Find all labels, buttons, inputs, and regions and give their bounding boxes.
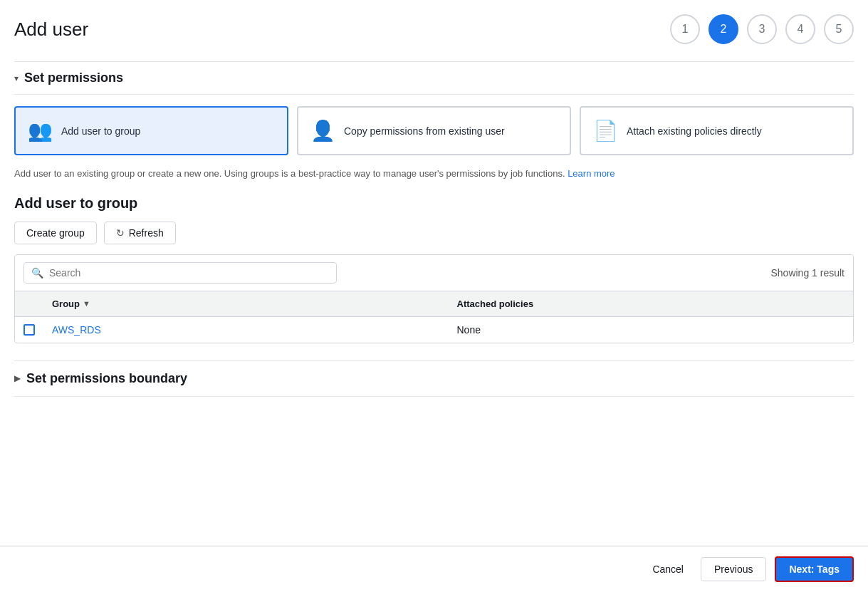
- th-group[interactable]: Group ▼: [43, 291, 449, 316]
- step-indicators: 1 2 3 4 5: [670, 14, 854, 44]
- refresh-icon: ↻: [116, 227, 125, 239]
- add-to-group-card[interactable]: 👥 Add user to group: [14, 106, 288, 155]
- set-permissions-chevron: ▾: [14, 73, 19, 83]
- action-buttons: Create group ↻ Refresh: [14, 222, 854, 244]
- add-to-group-icon: 👥: [27, 119, 53, 142]
- th-attached-policies: Attached policies: [449, 291, 854, 316]
- page-title: Add user: [14, 19, 88, 41]
- footer-bar: Cancel Previous Next: Tags: [0, 546, 868, 592]
- set-permissions-title: Set permissions: [24, 71, 123, 85]
- boundary-chevron: ▶: [14, 373, 21, 383]
- step-4[interactable]: 4: [785, 14, 815, 44]
- set-permissions-boundary-header[interactable]: ▶ Set permissions boundary: [14, 360, 854, 397]
- table-row: AWS_RDS None: [15, 317, 853, 343]
- result-count: Showing 1 result: [770, 267, 845, 279]
- attach-policies-icon: 📄: [592, 119, 618, 142]
- permission-options: 👥 Add user to group 👤 Copy permissions f…: [14, 106, 854, 155]
- search-icon: 🔍: [31, 267, 43, 279]
- set-permissions-section-header[interactable]: ▾ Set permissions: [14, 61, 854, 95]
- step-3[interactable]: 3: [747, 14, 777, 44]
- th-checkbox: [15, 291, 43, 316]
- copy-permissions-label: Copy permissions from existing user: [344, 125, 505, 137]
- search-input[interactable]: [49, 267, 329, 279]
- row-checkbox[interactable]: [23, 324, 35, 336]
- td-attached-policies-value: None: [449, 317, 854, 343]
- learn-more-link[interactable]: Learn more: [568, 168, 615, 179]
- step-1[interactable]: 1: [670, 14, 700, 44]
- attach-policies-label: Attach existing policies directly: [627, 125, 762, 137]
- step-2[interactable]: 2: [708, 14, 738, 44]
- attach-policies-card[interactable]: 📄 Attach existing policies directly: [580, 106, 854, 155]
- td-checkbox-cell[interactable]: [15, 317, 43, 343]
- create-group-button[interactable]: Create group: [14, 222, 97, 244]
- copy-permissions-icon: 👤: [310, 119, 335, 142]
- table-header: Group ▼ Attached policies: [15, 291, 853, 317]
- td-group-name: AWS_RDS: [43, 317, 449, 343]
- groups-table-container: 🔍 Showing 1 result Group ▼ Attached poli…: [14, 254, 854, 343]
- cancel-button[interactable]: Cancel: [644, 558, 692, 581]
- copy-permissions-card[interactable]: 👤 Copy permissions from existing user: [297, 106, 571, 155]
- search-bar: 🔍 Showing 1 result: [15, 255, 853, 291]
- search-input-wrapper[interactable]: 🔍: [23, 262, 337, 284]
- group-sort-icon: ▼: [83, 299, 90, 308]
- next-button[interactable]: Next: Tags: [775, 556, 854, 582]
- refresh-button[interactable]: ↻ Refresh: [104, 222, 176, 244]
- group-link[interactable]: AWS_RDS: [52, 324, 101, 336]
- info-text: Add user to an existing group or create …: [14, 167, 854, 181]
- add-to-group-label: Add user to group: [61, 125, 140, 137]
- add-user-to-group-title: Add user to group: [14, 195, 854, 212]
- set-permissions-boundary-title: Set permissions boundary: [26, 371, 187, 386]
- previous-button[interactable]: Previous: [701, 557, 766, 581]
- step-5[interactable]: 5: [824, 14, 854, 44]
